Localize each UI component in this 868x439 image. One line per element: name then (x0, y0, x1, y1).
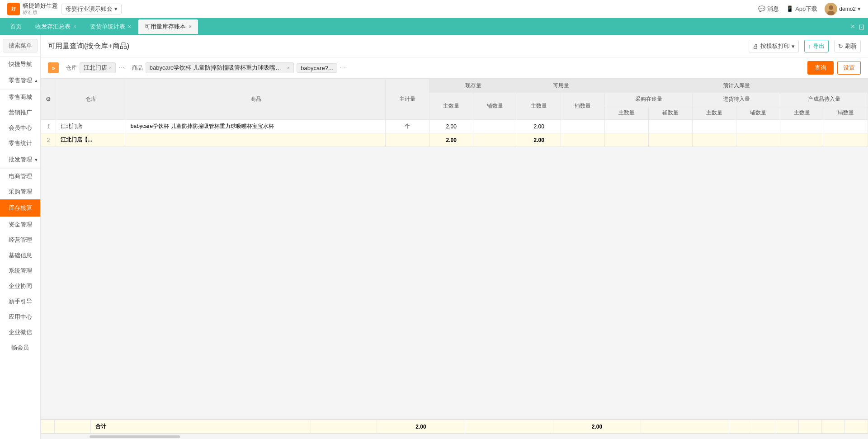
product-filter-more[interactable]: ··· (340, 64, 346, 72)
warehouse-tag-remove[interactable]: × (109, 65, 112, 71)
tab-close-available[interactable]: × (189, 24, 192, 30)
tab-home[interactable]: 首页 (4, 19, 28, 34)
stock-main-qty-header: 主数量 (429, 93, 473, 120)
current-stock-col-header: 现存量 (429, 79, 517, 93)
product-col-header: 商品 (126, 79, 386, 120)
tab-close-receive[interactable]: × (73, 24, 76, 30)
row-num-2: 2 (41, 133, 56, 147)
search-menu-button[interactable]: 搜索菜单 (3, 39, 38, 52)
setting-button[interactable]: 设置 (837, 61, 861, 75)
print-icon: 🖨 (753, 43, 759, 50)
warehouse-filter-more[interactable]: ··· (118, 64, 124, 72)
top-bar: 好 畅捷通好生意 标准版 母婴行业演示账套 ▾ 💬 消息 📱 App下载 dem… (0, 0, 868, 18)
industry-select[interactable]: 母婴行业演示账套 ▾ (61, 4, 122, 14)
sidebar-item-basic-info[interactable]: 基础信息 (0, 248, 40, 263)
tab-available-stock[interactable]: 可用量库存账本 × (138, 19, 198, 34)
sidebar-item-inventory[interactable]: 库存核算 (0, 199, 40, 217)
sidebar-item-system-mgmt[interactable]: 系统管理 (0, 263, 40, 279)
product-tag-babycare[interactable]: babycare学饮杯 儿童防摔防撞吸管杯重力球吸嘴杯宝宝水杯 × (146, 62, 294, 73)
sidebar-item-retail-stats[interactable]: 零售统计 (0, 136, 40, 151)
sidebar-item-app-center[interactable]: 应用中心 (0, 309, 40, 325)
chevron-down-icon: ▲ (34, 78, 38, 83)
horizontal-scrollbar[interactable] (41, 434, 868, 439)
finished-aux-2 (824, 133, 868, 147)
scrollbar-thumb[interactable] (90, 435, 180, 438)
summary-p3 (775, 420, 798, 434)
goods-main-2 (693, 133, 736, 147)
table-row-subtotal: 2 江北门店【... 2.00 2.00 (41, 133, 868, 147)
sidebar-item-wholesale-mgmt[interactable]: 批发管理 ▼ (0, 151, 40, 169)
finished-main-qty-header: 主数量 (780, 106, 824, 120)
summary-p4 (798, 420, 821, 434)
summary-row: 合计 2.00 2.00 (41, 420, 868, 434)
app-download-button[interactable]: 📱 App下载 (786, 5, 817, 13)
sidebar-item-member-center[interactable]: 会员中心 (0, 120, 40, 136)
tab-close-all-icon[interactable]: × (851, 23, 855, 31)
avail-aux-qty-header: 辅数量 (561, 93, 605, 120)
filter-expand-button[interactable]: » (48, 62, 59, 73)
goods-aux-qty-header: 辅数量 (736, 106, 780, 120)
print-template-button[interactable]: 🖨 按模板打印 ▾ (749, 40, 799, 52)
finished-aux-qty-header: 辅数量 (824, 106, 868, 120)
settings-icon[interactable]: ⚙ (46, 96, 51, 103)
sidebar-item-purchase-mgmt[interactable]: 采购管理 (0, 184, 40, 199)
summary-p2 (752, 420, 775, 434)
tab-bar: 首页 收发存汇总表 × 要货单统计表 × 可用量库存账本 × × ⊡ (0, 18, 868, 35)
product-2 (126, 133, 386, 147)
finished-aux-1 (824, 120, 868, 133)
warehouse-col-header: 仓库 (56, 79, 126, 120)
summary-empty-settings (41, 420, 55, 434)
warehouse-tag-jiangbei[interactable]: 江北门店 × (80, 62, 116, 73)
sidebar-item-operations[interactable]: 经营管理 (0, 232, 40, 248)
product-tag-babycare2[interactable]: babycare?... (297, 63, 337, 73)
sidebar-item-retail-mgmt[interactable]: 零售管理 ▲ (0, 72, 40, 90)
sidebar-item-ecommerce[interactable]: 电商管理 (0, 169, 40, 184)
product-filter-group: 商品 babycare学饮杯 儿童防摔防撞吸管杯重力球吸嘴杯宝宝水杯 × bab… (132, 62, 346, 73)
goods-main-qty-header: 主数量 (693, 106, 736, 120)
summary-stock-aux (465, 420, 553, 434)
tab-close-order[interactable]: × (128, 24, 131, 30)
svg-point-2 (827, 11, 835, 15)
avatar (825, 3, 837, 15)
sidebar-item-enterprise-wechat[interactable]: 企业微信 (0, 325, 40, 340)
product-1: babycare学饮杯 儿童防摔防撞吸管杯重力球吸嘴杯宝宝水杯 (126, 120, 386, 133)
tab-restore-icon[interactable]: ⊡ (859, 23, 864, 31)
filter-bar: » 仓库 江北门店 × ··· 商品 babycare学饮杯 儿童防摔防撞吸管杯… (41, 57, 868, 79)
main-unit-1: 个 (386, 120, 429, 133)
table-scroll[interactable]: ⚙ 仓库 商品 主计量 现存量 可用量 预计入库量 主数量 辅数量 (41, 79, 868, 419)
sidebar-item-chang-member[interactable]: 畅会员 (0, 340, 40, 355)
stock-main-1: 2.00 (429, 120, 473, 133)
sidebar-item-marketing[interactable]: 营销推广 (0, 105, 40, 120)
chevron-right-icon: ▼ (34, 157, 38, 162)
sidebar-item-retail-mall[interactable]: 零售商城 (0, 90, 40, 105)
goods-aux-2 (736, 133, 780, 147)
purchase-main-2 (605, 133, 649, 147)
refresh-button[interactable]: ↻ 刷新 (834, 40, 861, 52)
tab-order-stats[interactable]: 要货单统计表 × (84, 19, 137, 34)
sidebar-item-new-guide[interactable]: 新手引导 (0, 294, 40, 309)
page-actions: 🖨 按模板打印 ▾ ↑ 导出 ↻ 刷新 (749, 40, 861, 52)
settings-col-header[interactable]: ⚙ (41, 79, 56, 120)
sidebar-item-finance[interactable]: 资金管理 (0, 217, 40, 232)
main-unit-col-header: 主计量 (386, 79, 429, 120)
user-avatar[interactable]: demo2 ▾ (825, 3, 861, 15)
logo-icon: 好 (7, 3, 20, 15)
filter-actions: 查询 设置 (807, 61, 861, 75)
query-button[interactable]: 查询 (807, 61, 834, 75)
data-table: ⚙ 仓库 商品 主计量 现存量 可用量 预计入库量 主数量 辅数量 (41, 79, 868, 147)
tab-receive-summary[interactable]: 收发存汇总表 × (29, 19, 83, 34)
table-wrapper: ⚙ 仓库 商品 主计量 现存量 可用量 预计入库量 主数量 辅数量 (41, 79, 868, 439)
sidebar-item-quick-nav[interactable]: 快捷导航 (0, 57, 40, 72)
product-tag-remove-1[interactable]: × (287, 65, 290, 71)
sidebar-item-enterprise-collab[interactable]: 企业协同 (0, 279, 40, 294)
svg-point-1 (829, 5, 833, 10)
summary-stock-main: 2.00 (377, 420, 465, 434)
warehouse-filter-label: 仓库 (66, 64, 77, 72)
export-button[interactable]: ↑ 导出 (804, 40, 829, 52)
product-filter-label: 商品 (132, 64, 143, 72)
message-button[interactable]: 💬 消息 (758, 5, 779, 13)
purchase-aux-2 (649, 133, 693, 147)
summary-p6 (844, 420, 868, 434)
summary-p5 (821, 420, 844, 434)
refresh-icon: ↻ (838, 43, 843, 50)
